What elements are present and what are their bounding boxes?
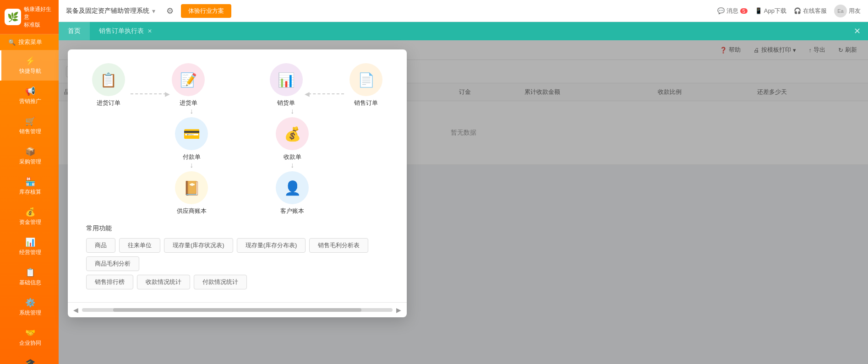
sidebar-item-label: 系统管理 <box>19 309 41 317</box>
topbar: 装备及固定资产辅助管理系统 ▾ ⚙ 体验行业方案 💬 消息 5 📱 App下载 … <box>59 0 868 22</box>
flow-payment[interactable]: 💳 付款单 <box>169 117 214 161</box>
sidebar-item-label: 库存核算 <box>19 188 41 196</box>
sidebar-item-marketing[interactable]: 📢 营销推广 <box>0 81 59 111</box>
tab-close-icon[interactable]: ✕ <box>147 28 152 34</box>
receipt-circle: 💰 <box>276 117 309 150</box>
flow-sales-bill[interactable]: 📊 销货单 <box>264 63 308 107</box>
purchase-order-circle: 📋 <box>92 63 125 96</box>
sidebar-item-label: 资金管理 <box>19 218 41 226</box>
func-btn-sales-analysis[interactable]: 销售毛利分析表 <box>309 238 368 253</box>
sales-bill-label: 销货单 <box>277 99 295 107</box>
logo-area: 🌿 畅康通好生意 标准版 <box>0 0 59 34</box>
sidebar-item-purchase[interactable]: 📦 采购管理 <box>0 141 59 171</box>
message-badge: 5 <box>740 8 748 14</box>
tabbar: 首页 销售订单执行表 ✕ ✕ <box>59 22 868 40</box>
search-menu-label: 搜索菜单 <box>18 38 42 46</box>
quick-nav-icon: ⚡ <box>25 56 35 66</box>
func-btns-row2: 销售排行榜 收款情况统计 付款情况统计 <box>86 275 388 289</box>
user-area[interactable]: Ea 用友 <box>834 5 861 17</box>
purchase-circle: 📝 <box>172 63 205 96</box>
customer-ledger-label: 客户账本 <box>280 207 304 215</box>
topbar-right: 💬 消息 5 📱 App下载 🎧 在线客服 Ea 用友 <box>717 5 868 17</box>
sidebar-item-label: 企业协同 <box>19 339 41 347</box>
scroll-track[interactable] <box>82 308 393 312</box>
payment-icon: 💳 <box>183 126 200 142</box>
scroll-right-icon[interactable]: ▶ <box>396 306 401 314</box>
system-title: 装备及固定资产辅助管理系统 <box>66 7 149 15</box>
sidebar-item-label: 经营管理 <box>19 249 41 256</box>
flow-purchase[interactable]: 📝 进货单 <box>166 63 211 107</box>
sidebar-item-label: 销售管理 <box>19 128 41 136</box>
marketing-icon: 📢 <box>25 86 35 96</box>
sidebar-item-quick-nav[interactable]: ⚡ 快捷导航 <box>0 50 59 81</box>
sales-order-circle: 📄 <box>349 63 382 96</box>
close-all-tabs-btn[interactable]: ✕ <box>854 22 868 40</box>
func-btn-receipt-stats[interactable]: 收款情况统计 <box>137 275 190 289</box>
settings-icon[interactable]: ⚙ <box>163 6 177 16</box>
finance-icon: 💰 <box>25 207 35 217</box>
purchase-order-label: 进货订单 <box>97 99 120 107</box>
collaboration-icon: 🤝 <box>25 328 35 338</box>
modal-overlay[interactable]: 📋 进货订单 ▶ 📝 进货单 <box>59 40 868 364</box>
online-service-icon: 🎧 <box>794 7 801 14</box>
message-btn[interactable]: 💬 消息 5 <box>717 7 748 15</box>
flow-customer-ledger[interactable]: 👤 客户账本 <box>269 171 315 215</box>
sidebar-item-label: 快捷导航 <box>19 67 41 75</box>
sales-bill-icon: 📊 <box>278 72 295 88</box>
scroll-handle[interactable] <box>113 308 361 312</box>
sidebar: 🌿 畅康通好生意 标准版 🔍 搜索菜单 ⚡ 快捷导航 📢 营销推广 🛒 销售管理… <box>0 0 59 364</box>
online-service-btn[interactable]: 🎧 在线客服 <box>794 7 827 15</box>
message-icon: 💬 <box>717 7 725 14</box>
operations-icon: 📊 <box>25 237 35 247</box>
flow-sales-order[interactable]: 📄 销售订单 <box>344 63 388 107</box>
flow-supplier-ledger[interactable]: 📔 供应商账本 <box>169 171 214 215</box>
app-download-btn[interactable]: 📱 App下载 <box>755 7 786 15</box>
receipt-icon: 💰 <box>284 126 301 142</box>
supplier-ledger-circle: 📔 <box>175 171 208 204</box>
basic-info-icon: 📋 <box>25 267 35 277</box>
supplier-ledger-label: 供应商账本 <box>177 207 207 215</box>
sidebar-item-collaboration[interactable]: 🤝 企业协同 <box>0 322 59 353</box>
search-icon: 🔍 <box>8 39 16 46</box>
receipt-label: 收款单 <box>284 153 301 161</box>
purchase-order-icon: 📋 <box>100 72 117 88</box>
tab-sales-order-label: 销售订单执行表 <box>99 27 144 35</box>
customer-ledger-icon: 👤 <box>284 180 301 196</box>
sidebar-item-sales[interactable]: 🛒 销售管理 <box>0 111 59 141</box>
app-download-label: App下载 <box>764 7 786 15</box>
customer-ledger-circle: 👤 <box>276 171 309 204</box>
tab-home[interactable]: 首页 <box>59 22 90 40</box>
sidebar-item-operations[interactable]: 📊 经营管理 <box>0 232 59 262</box>
dropdown-arrow-icon[interactable]: ▾ <box>152 7 155 15</box>
sidebar-item-inventory[interactable]: 🏪 库存核算 <box>0 171 59 201</box>
flow-purchase-order[interactable]: 📋 进货订单 <box>86 63 131 107</box>
sidebar-item-basic-info[interactable]: 📋 基础信息 <box>0 262 59 292</box>
sidebar-item-system[interactable]: ⚙️ 系统管理 <box>0 292 59 322</box>
sidebar-item-guide[interactable]: 🎓 新手引导 <box>0 353 59 364</box>
flow-receipt[interactable]: 💰 收款单 <box>269 117 315 161</box>
search-menu[interactable]: 🔍 搜索菜单 <box>0 34 59 50</box>
tab-home-label: 首页 <box>68 27 81 35</box>
user-name: 用友 <box>849 7 861 15</box>
func-btn-counterpart[interactable]: 往来单位 <box>119 238 160 253</box>
logo-icon: 🌿 <box>5 9 21 25</box>
func-btn-stock-dist[interactable]: 现存量(库存分布表) <box>237 238 306 253</box>
common-funcs-title: 常用功能 <box>86 224 388 233</box>
func-btn-product-margin[interactable]: 商品毛利分析 <box>86 256 139 271</box>
online-service-label: 在线客服 <box>803 7 827 15</box>
message-label: 消息 <box>726 7 738 15</box>
app-download-icon: 📱 <box>755 7 762 14</box>
experience-btn[interactable]: 体验行业方案 <box>181 4 231 18</box>
func-btn-stock-status[interactable]: 现存量(库存状况表) <box>164 238 233 253</box>
func-btn-product[interactable]: 商品 <box>86 238 115 253</box>
scroll-left-icon[interactable]: ◀ <box>73 306 78 314</box>
func-btn-sales-rank[interactable]: 销售排行榜 <box>86 275 133 289</box>
tab-sales-order-exec[interactable]: 销售订单执行表 ✕ <box>90 22 161 40</box>
func-btn-payment-stats[interactable]: 付款情况统计 <box>194 275 247 289</box>
sidebar-item-finance[interactable]: 💰 资金管理 <box>0 201 59 232</box>
system-icon: ⚙️ <box>25 298 35 308</box>
sidebar-nav: ⚡ 快捷导航 📢 营销推广 🛒 销售管理 📦 采购管理 🏪 库存核算 💰 资金管… <box>0 50 59 364</box>
purchase-icon: 📦 <box>25 147 35 157</box>
flow-diagram: 📋 进货订单 ▶ 📝 进货单 <box>68 49 407 224</box>
sales-order-label: 销售订单 <box>354 99 378 107</box>
